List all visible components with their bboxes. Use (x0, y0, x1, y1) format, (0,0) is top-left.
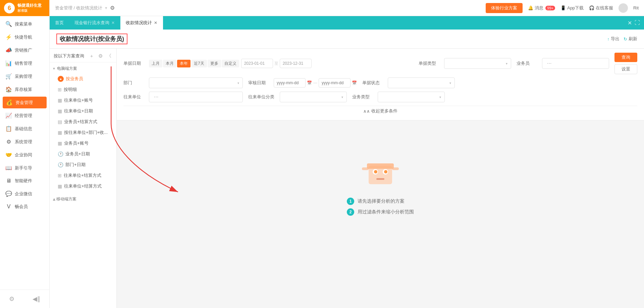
tab-collection-stats-close[interactable]: ✕ (154, 20, 157, 25)
partner-label: 往来单位 (123, 94, 144, 100)
partner-field[interactable]: ··· (149, 92, 243, 102)
messages-btn[interactable]: 🔔 消息 99+ (528, 5, 555, 11)
sidebar-item-sales[interactable]: 📊 销售管理 (0, 57, 49, 70)
sidebar-collapse-icon[interactable]: ◀‖ (31, 293, 42, 305)
scheme-item-by-salesperson-account[interactable]: ▦ 业务员+账号 (50, 138, 116, 149)
export-btn[interactable]: ↑ 导出 (607, 36, 620, 42)
scheme-item-label: 业务员+账号 (64, 140, 89, 146)
guide-icon: 📖 (5, 165, 12, 171)
fullscreen-icon[interactable]: ⛶ (635, 20, 640, 26)
filter-row-3: 往来单位 ··· 往来单位分类 ▾ 业务类型 ▾ (123, 92, 637, 102)
scheme-item-by-unit-dept[interactable]: ▦ 按往来单位+部门+收... (50, 127, 116, 138)
voucher-status-field[interactable]: ▾ (388, 78, 455, 88)
date-to-input[interactable] (280, 59, 312, 68)
page-actions: ↑ 导出 ↻ 刷新 (607, 36, 638, 42)
sidebar-item-fund[interactable]: 💰 资金管理 (3, 97, 47, 108)
sidebar-item-label: 快捷导航 (15, 34, 32, 40)
sidebar-item-enterprise[interactable]: 🤝 企业协同 (0, 148, 49, 161)
tab-bank-flow[interactable]: 现金银行流水查询 ✕ (69, 16, 120, 30)
business-type-field[interactable]: ▾ (378, 92, 445, 102)
topbar-right: 体验行业方案 🔔 消息 99+ 📱 App下载 🎧 在线客服 Rit (486, 3, 639, 13)
topbar-settings-icon[interactable]: ⚙ (110, 5, 115, 11)
sidebar-item-quick-nav[interactable]: ⚡ 快捷导航 (0, 31, 49, 44)
sidebar-item-inventory[interactable]: 🏠 库存核算 (0, 83, 49, 96)
review-date-to-input[interactable] (319, 78, 351, 88)
sidebar-item-guide[interactable]: 📖 新手引导 (0, 161, 49, 174)
date-tab-last-month[interactable]: 上月 (149, 60, 162, 67)
operation-icon: 📈 (5, 112, 12, 119)
step-num-2: 2 (347, 208, 354, 216)
scheme-settings-btn[interactable]: ⚙ (97, 53, 104, 59)
sidebar-item-basic[interactable]: 📋 基础信息 (0, 122, 49, 135)
page-title: 收款情况统计(按业务员) (56, 34, 127, 44)
collapse-more-btn[interactable]: ∧∧ 收起更多条件 (123, 106, 637, 116)
calendar-icon: 📅 (307, 81, 312, 85)
fund-icon: 💰 (6, 99, 13, 106)
scheme-item-by-unit-settlement[interactable]: ⊞ 往来单位+结算方式 (50, 170, 116, 181)
tab-collection-stats[interactable]: 收款情况统计 ✕ (120, 16, 163, 30)
scheme-item-icon: ▦ (58, 98, 62, 103)
dots-icon[interactable]: ··· (546, 60, 553, 66)
review-date-from-input[interactable] (274, 78, 306, 88)
avatar[interactable] (619, 3, 628, 13)
scheme-group-header-mobile[interactable]: ▶ 移动端方案 (50, 194, 116, 204)
sidebar-item-hardware[interactable]: 🖥 智能硬件 (0, 174, 49, 187)
date-tab-7days[interactable]: 近7天 (191, 60, 207, 67)
date-from-input[interactable] (241, 59, 273, 68)
sidebar-item-operation[interactable]: 📈 经营管理 (0, 109, 49, 122)
trial-btn[interactable]: 体验行业方案 (486, 3, 523, 13)
voucher-type-field[interactable]: ▾ (444, 58, 511, 69)
scheme-item-by-salesperson-settlement[interactable]: ▤ 业务员+结算方式 (50, 116, 116, 127)
sidebar-item-system[interactable]: ⚙ 系统管理 (0, 135, 49, 148)
close-all-icon[interactable]: ✕ (628, 20, 632, 26)
sidebar-logo: 6 畅捷通好生意 标准版 (0, 0, 49, 16)
sidebar-item-search-menu[interactable]: 🔍 搜索菜单 (0, 17, 49, 31)
date-tab-custom[interactable]: 自定义 (222, 60, 239, 67)
clock-icon: 🕐 (58, 151, 63, 157)
scheme-item-label: 往来单位+日期 (64, 108, 93, 114)
sidebar-item-purchase[interactable]: 🛒 采购管理 (0, 70, 49, 83)
filter-row-1: 单据日期 上月 本月 本年 近7天 更多 自定义 (123, 53, 637, 74)
tab-home[interactable]: 首页 (50, 20, 69, 26)
scheme-add-btn[interactable]: + (88, 53, 95, 59)
system-icon: ⚙ (5, 139, 12, 145)
scheme-item-by-detail[interactable]: ⊞ 按明细 (50, 84, 116, 95)
refresh-btn[interactable]: ↻ 刷新 (624, 36, 637, 42)
sidebar-item-marketing[interactable]: 📣 营销推广 (0, 44, 49, 57)
active-scheme-icon: ● (58, 76, 64, 82)
date-tab-this-month[interactable]: 本月 (163, 60, 176, 67)
svg-rect-7 (376, 178, 384, 180)
empty-step-2: 2 用过滤条件来缩小分析范围 (347, 208, 414, 216)
chevron-right-icon: ▶ (52, 198, 56, 201)
date-tab-more[interactable]: 更多 (208, 60, 221, 67)
scheme-item-by-unit-settlement2[interactable]: ▦ 往来单位+结算方式 (50, 181, 116, 192)
sidebar-item-label: 新手引导 (15, 165, 32, 171)
settings-btn[interactable]: 设置 (614, 64, 637, 74)
scheme-collapse-btn[interactable]: 《 (106, 53, 112, 59)
sidebar-item-label: 企业协同 (15, 152, 32, 158)
dept-field[interactable]: ▾ (149, 78, 243, 88)
date-tab-this-year[interactable]: 本年 (177, 60, 191, 67)
breadcrumb: 资金管理 / 收款情况统计 (55, 5, 102, 11)
query-btn[interactable]: 查询 (614, 53, 637, 62)
sidebar-item-member[interactable]: V 畅会员 (0, 200, 49, 213)
scheme-item-icon: ▦ (58, 108, 62, 114)
tab-bank-flow-close[interactable]: ✕ (111, 20, 115, 25)
clock-icon: 🕐 (58, 162, 63, 167)
scheme-group-header-desktop[interactable]: ▼ 电脑端方案 (50, 64, 116, 73)
sidebar-item-wechat[interactable]: 💬 企业微信 (0, 187, 49, 200)
dots-icon[interactable]: ··· (153, 94, 160, 100)
scheme-item-by-unit-account[interactable]: ▦ 往来单位+账号 (50, 95, 116, 106)
app-download-btn[interactable]: 📱 App下载 (560, 5, 584, 11)
partner-category-field[interactable]: ▾ (280, 92, 347, 102)
svg-rect-2 (367, 163, 394, 169)
scheme-item-by-dept-date[interactable]: 🕐 部门+日期 (50, 159, 116, 170)
search-menu-icon: 🔍 (5, 21, 12, 27)
scheme-item-by-salesperson[interactable]: ● 按业务员 (50, 73, 116, 84)
breadcrumb-dropdown[interactable]: ▾ (105, 5, 107, 10)
scheme-item-by-unit-date[interactable]: ▦ 往来单位+日期 (50, 106, 116, 116)
salesperson-field[interactable]: ··· (542, 58, 609, 69)
online-service-btn[interactable]: 🎧 在线客服 (589, 5, 613, 11)
scheme-item-by-salesperson-date[interactable]: 🕐 业务员+日期 (50, 149, 116, 159)
sidebar-settings-icon[interactable]: ⚙ (7, 293, 16, 305)
